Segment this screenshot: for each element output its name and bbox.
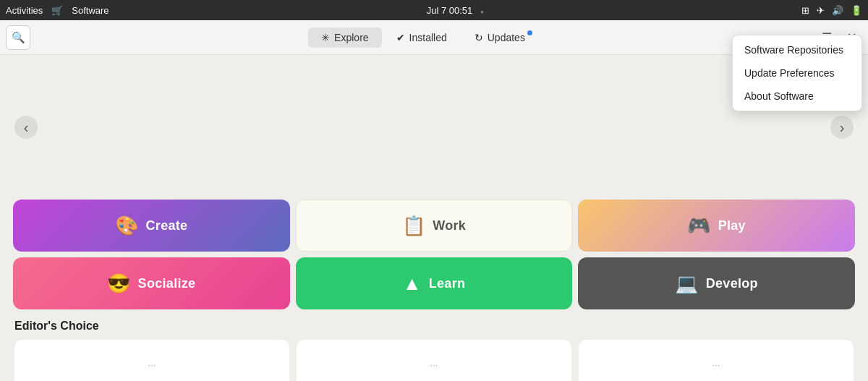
ec-card-grid: ··· ··· ···: [14, 340, 854, 381]
dropdown-menu: Software Repositories Update Preferences…: [732, 35, 862, 111]
dot-indicator: ●: [480, 9, 484, 15]
carousel-inner: [38, 69, 830, 185]
develop-label: Develop: [706, 276, 758, 291]
category-grid: 🎨 Create 📋 Work 🎮 Play 😎 Socialize ▲ Lea…: [12, 200, 856, 309]
ec-card-1[interactable]: ···: [14, 340, 289, 381]
dropdown-repositories[interactable]: Software Repositories: [733, 38, 861, 61]
search-button[interactable]: 🔍: [6, 25, 30, 50]
carousel-prev-button[interactable]: ‹: [14, 116, 38, 139]
learn-icon: ▲: [403, 273, 422, 295]
dropdown-about[interactable]: About Software: [733, 85, 861, 108]
editors-choice-section: Editor's Choice ··· ··· ···: [12, 309, 856, 381]
updates-badge: [527, 30, 532, 35]
tab-updates-label: Updates: [488, 32, 525, 43]
develop-icon: 💻: [675, 273, 698, 295]
play-icon: 🎮: [687, 215, 710, 237]
learn-label: Learn: [429, 276, 466, 291]
dropdown-update-prefs[interactable]: Update Preferences: [733, 61, 861, 85]
tab-installed-label: Installed: [409, 32, 447, 43]
editors-choice-title: Editor's Choice: [14, 320, 854, 333]
category-play[interactable]: 🎮 Play: [578, 200, 855, 252]
search-icon: 🔍: [12, 31, 25, 44]
chevron-left-icon: ‹: [24, 119, 29, 136]
ec-card-1-placeholder: ···: [148, 359, 156, 370]
socialize-label: Socialize: [138, 276, 196, 291]
create-icon: 🎨: [115, 215, 138, 237]
ec-card-2-placeholder: ···: [430, 359, 438, 370]
create-label: Create: [146, 218, 188, 234]
tab-installed[interactable]: ✔ Installed: [383, 27, 460, 48]
nav-tabs: ✳ Explore ✔ Installed ↻ Updates: [33, 27, 813, 48]
category-work[interactable]: 📋 Work: [296, 200, 573, 252]
category-create[interactable]: 🎨 Create: [13, 200, 290, 252]
ec-card-3[interactable]: ···: [579, 340, 854, 381]
network-icon: ⊞: [801, 5, 809, 16]
play-label: Play: [718, 218, 746, 234]
airplane-icon: ✈: [817, 5, 825, 16]
work-label: Work: [433, 218, 466, 234]
category-develop[interactable]: 💻 Develop: [578, 257, 855, 309]
tab-explore[interactable]: ✳ Explore: [308, 27, 381, 48]
carousel: ‹ ›: [12, 55, 856, 200]
carousel-next-button[interactable]: ›: [830, 116, 854, 139]
tab-explore-label: Explore: [334, 32, 368, 43]
volume-icon: 🔊: [832, 5, 843, 16]
app-label: Software: [72, 5, 109, 16]
topbar: Activities 🛒 Software Jul 7 00:51 ● ⊞ ✈ …: [0, 0, 868, 20]
explore-icon: ✳: [321, 32, 330, 43]
activities-label[interactable]: Activities: [6, 5, 43, 16]
battery-icon: 🔋: [851, 5, 862, 16]
ec-card-2[interactable]: ···: [297, 340, 571, 381]
installed-icon: ✔: [396, 32, 405, 43]
tab-updates[interactable]: ↻ Updates: [461, 27, 538, 48]
software-icon: 🛒: [51, 4, 63, 16]
work-icon: 📋: [402, 215, 425, 237]
datetime: Jul 7 00:51: [427, 5, 473, 16]
category-socialize[interactable]: 😎 Socialize: [13, 257, 290, 309]
socialize-icon: 😎: [107, 273, 130, 295]
category-learn[interactable]: ▲ Learn: [296, 257, 573, 309]
chevron-right-icon: ›: [840, 119, 845, 136]
updates-icon: ↻: [475, 32, 483, 43]
ec-card-3-placeholder: ···: [712, 359, 720, 370]
